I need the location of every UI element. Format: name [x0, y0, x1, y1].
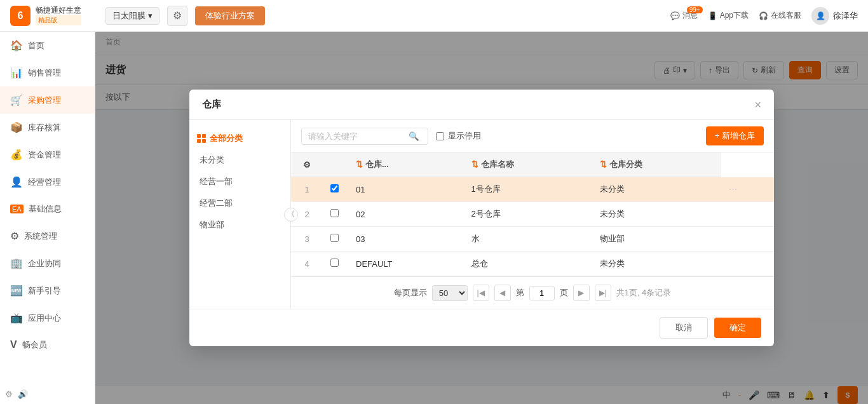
category-panel: 全部分类 《 未分类 经营一部 经营二部 物业部: [189, 120, 291, 309]
warehouse-table: ⚙ ⇅仓库... ⇅仓库名称 ⇅仓库分类 1 01 1号仓库: [291, 152, 774, 276]
all-category-item[interactable]: 全部分类: [189, 128, 290, 149]
sidebar-item-appcenter[interactable]: 📺 应用中心: [0, 304, 95, 332]
avatar: 👤: [811, 7, 829, 25]
col-checkbox: [323, 152, 348, 177]
headset-icon: 🎧: [759, 11, 768, 20]
home-icon: 🏠: [10, 39, 23, 51]
add-warehouse-button[interactable]: + 新增仓库: [706, 126, 764, 145]
sidebar-item-operations[interactable]: 👤 经营管理: [0, 168, 95, 196]
app-download-button[interactable]: 📱 App下载: [708, 10, 749, 21]
sales-icon: 📊: [10, 67, 23, 79]
phone-icon: 📱: [708, 11, 717, 20]
trial-button[interactable]: 体验行业方案: [195, 6, 265, 25]
row-category-2: 未分类: [592, 202, 721, 227]
logo-icon: 6: [10, 6, 31, 26]
per-page-select[interactable]: 50 20 100: [432, 285, 468, 301]
show-disabled-checkbox[interactable]: [436, 132, 444, 140]
page-input[interactable]: [529, 286, 555, 300]
finance-icon: 💰: [10, 149, 23, 161]
row-checkbox-3[interactable]: [323, 227, 348, 252]
col-category[interactable]: ⇅仓库分类: [592, 152, 721, 177]
sidebar-item-inventory[interactable]: 📦 库存核算: [0, 114, 95, 141]
messages-button[interactable]: 💬 消息 99+: [670, 10, 698, 21]
row-num-3: 3: [291, 227, 323, 252]
next-page-button[interactable]: ▶: [573, 285, 590, 301]
guide-icon: 🆕: [10, 285, 23, 297]
confirm-button[interactable]: 确定: [714, 318, 761, 338]
operations-icon: 👤: [10, 176, 23, 188]
category-unclassified[interactable]: 未分类: [189, 149, 290, 171]
col-code[interactable]: ⇅仓库...: [348, 152, 464, 177]
modal-footer: 取消 确定: [189, 309, 774, 346]
header-right: 💬 消息 99+ 📱 App下载 🎧 在线客服 👤 徐泽华: [670, 7, 858, 25]
online-service-button[interactable]: 🎧 在线客服: [759, 10, 801, 21]
sidebar: 🏠 首页 📊 销售管理 🛒 采购管理 📦 库存核算 💰 资金管理 👤 经营管理 …: [0, 32, 95, 404]
table-row[interactable]: 3 03 水 物业部: [291, 227, 774, 252]
table-panel: 🔍 显示停用 + 新增仓库: [291, 120, 774, 309]
first-page-button[interactable]: |◀: [473, 285, 489, 301]
table-row[interactable]: 1 01 1号仓库 未分类 ···: [291, 177, 774, 202]
prev-page-button[interactable]: ◀: [494, 285, 511, 301]
row-category-4: 未分类: [592, 252, 721, 276]
warehouse-modal: 仓库 × 全部分类 《 未分类: [189, 90, 774, 346]
chevron-down-icon: ▾: [148, 11, 153, 20]
collapse-panel-button[interactable]: 《: [284, 208, 298, 222]
row-checkbox-2[interactable]: [323, 202, 348, 227]
top-header: 6 畅捷通好生意 精品版 日太阳膜 ▾ ⚙ 体验行业方案 💬 消息 99+ 📱 …: [0, 0, 868, 32]
table-row[interactable]: 2 02 2号仓库 未分类: [291, 202, 774, 227]
all-category-label: 全部分类: [210, 133, 243, 144]
table-toolbar: 🔍 显示停用 + 新增仓库: [291, 120, 774, 152]
user-menu[interactable]: 👤 徐泽华: [811, 7, 858, 25]
system-icon: ⚙: [10, 230, 19, 242]
logo-text: 畅捷通好生意: [36, 6, 81, 16]
last-page-button[interactable]: ▶|: [595, 285, 611, 301]
pagination-bar: 每页显示 50 20 100 |◀ ◀ 第 页 ▶: [291, 276, 774, 309]
row-checkbox-1[interactable]: [323, 177, 348, 202]
sidebar-item-basics[interactable]: EA 基础信息: [0, 196, 95, 222]
sidebar-item-guide[interactable]: 🆕 新手引导: [0, 277, 95, 304]
settings-button[interactable]: ⚙: [167, 6, 187, 26]
search-button[interactable]: 🔍: [403, 128, 424, 144]
modal-title: 仓库: [202, 98, 221, 111]
sidebar-item-system[interactable]: ⚙ 系统管理: [0, 222, 95, 250]
sidebar-bottom: ⚙ 🔊: [0, 384, 95, 404]
row-code-1: 01: [348, 177, 464, 202]
header-center: 日太阳膜 ▾ ⚙ 体验行业方案: [105, 6, 670, 26]
table-row[interactable]: 4 DEFAULT 总仓 未分类: [291, 252, 774, 276]
category-dept1[interactable]: 经营一部: [189, 171, 290, 192]
company-selector[interactable]: 日太阳膜 ▾: [105, 7, 159, 25]
row-code-3: 03: [348, 227, 464, 252]
message-badge: 99+: [687, 6, 703, 13]
row-name-4: 总仓: [464, 252, 593, 276]
category-dept2[interactable]: 经营二部: [189, 192, 290, 214]
sidebar-item-home[interactable]: 🏠 首页: [0, 32, 95, 59]
sidebar-item-purchase[interactable]: 🛒 采购管理: [0, 86, 95, 114]
cancel-button[interactable]: 取消: [660, 317, 708, 339]
purchase-icon: 🛒: [10, 94, 23, 106]
enterprise-icon: 🏢: [10, 257, 23, 269]
sidebar-item-enterprise[interactable]: 🏢 企业协同: [0, 250, 95, 277]
logo-area: 6 畅捷通好生意 精品版: [10, 6, 105, 26]
row-checkbox-4[interactable]: [323, 252, 348, 276]
search-box: 🔍: [301, 128, 428, 145]
speaker-icon[interactable]: 🔊: [18, 389, 28, 399]
modal-header: 仓库 ×: [189, 90, 774, 120]
inventory-icon: 📦: [10, 121, 23, 133]
col-settings: ⚙: [291, 152, 323, 177]
sidebar-item-sales[interactable]: 📊 销售管理: [0, 59, 95, 86]
row-category-1: 未分类: [592, 177, 721, 202]
show-disabled-label[interactable]: 显示停用: [436, 130, 481, 142]
data-table: ⚙ ⇅仓库... ⇅仓库名称 ⇅仓库分类 1 01 1号仓库: [291, 152, 774, 276]
appcenter-icon: 📺: [10, 312, 23, 324]
search-input[interactable]: [302, 128, 403, 144]
row-code-2: 02: [348, 202, 464, 227]
grid-icon: [197, 134, 206, 143]
modal-close-button[interactable]: ×: [754, 99, 761, 111]
sidebar-item-member[interactable]: V 畅会员: [0, 332, 95, 358]
row-actions-1[interactable]: ···: [729, 184, 737, 194]
sidebar-item-finance[interactable]: 💰 资金管理: [0, 141, 95, 168]
category-property[interactable]: 物业部: [189, 214, 290, 236]
col-name[interactable]: ⇅仓库名称: [464, 152, 593, 177]
logo-badge: 精品版: [36, 15, 81, 25]
settings-bottom-icon[interactable]: ⚙: [5, 389, 13, 399]
